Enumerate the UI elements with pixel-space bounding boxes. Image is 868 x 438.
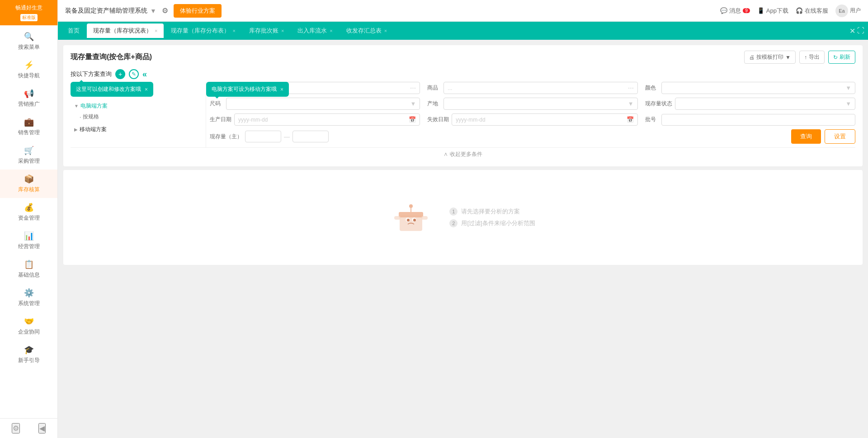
- svg-rect-8: [394, 216, 401, 220]
- svg-point-4: [407, 219, 410, 221]
- form-row-4: 现存量（主） — 查询 设置: [210, 129, 855, 144]
- search-btn[interactable]: 查询: [791, 129, 821, 144]
- svg-point-7: [409, 204, 413, 208]
- sidebar-item-basic[interactable]: 📋 基础信息: [0, 255, 57, 283]
- box-icon: 📦: [24, 174, 34, 184]
- tab-collect-summary-close[interactable]: ×: [384, 28, 387, 33]
- caret-down-icon: ▼: [74, 104, 79, 108]
- app-download-btn[interactable]: 📱 App下载: [757, 7, 788, 15]
- sidebar-item-sales[interactable]: 💼 销售管理: [0, 113, 57, 141]
- headset-icon: 🎧: [796, 7, 803, 14]
- sidebar-item-system[interactable]: ⚙️ 系统管理: [0, 283, 57, 312]
- settings-btn[interactable]: ⚙: [162, 6, 168, 15]
- refresh-btn[interactable]: ↻ 刷新: [828, 51, 855, 64]
- stock-main-start-input[interactable]: [245, 131, 281, 142]
- page-actions: 🖨 按模板打印 ▼ ↑ 导出 ↻ 刷新: [744, 51, 855, 64]
- tab-inventory-status-close[interactable]: ×: [155, 28, 157, 33]
- gear-icon: ⚙️: [24, 288, 34, 298]
- tab-home-label: 首页: [68, 27, 80, 35]
- expire-date-placeholder: yyyy-mm-dd: [456, 117, 485, 123]
- field-stock-main: 现存量（主） —: [210, 131, 329, 142]
- expire-date-label: 失效日期: [427, 116, 449, 123]
- goods-more-icon: ⋯: [628, 85, 634, 91]
- search-buttons: 查询 设置: [791, 129, 855, 144]
- main-area: 装备及固定资产辅助管理系统 ▼ ⚙ 体验行业方案 💬 消息 9 📱 App下载 …: [58, 0, 868, 438]
- stock-status-dropdown-icon: ▼: [845, 100, 851, 107]
- clipboard-icon: 📋: [24, 259, 34, 269]
- logo-badge: 标准版: [20, 14, 38, 21]
- sidebar-item-finance[interactable]: 💰 资金管理: [0, 198, 57, 226]
- content-area: 现存量查询(按仓库+商品) 🖨 按模板打印 ▼ ↑ 导出 ↻: [58, 40, 868, 438]
- sidebar-item-collab[interactable]: 🤝 企业协同: [0, 312, 57, 340]
- system-title-text: 装备及固定资产辅助管理系统: [65, 7, 147, 15]
- notifications-btn[interactable]: 💬 消息 9: [720, 7, 750, 15]
- tooltip1-close-btn[interactable]: ×: [280, 86, 283, 93]
- lightning-icon: ⚡: [24, 60, 34, 70]
- user-area[interactable]: Ea 用户: [835, 5, 861, 17]
- sidebar-item-purchase[interactable]: 🛒 采购管理: [0, 141, 57, 170]
- set-btn[interactable]: 设置: [825, 129, 855, 144]
- batch-input[interactable]: [661, 114, 855, 126]
- logo-name: 畅通好生意: [15, 4, 42, 12]
- sidebar-item-search[interactable]: 🔍 搜索菜单: [0, 27, 57, 56]
- filter-back-btn[interactable]: «: [142, 70, 147, 79]
- trial-btn[interactable]: 体验行业方案: [174, 4, 222, 18]
- app-download-label: App下载: [766, 7, 788, 15]
- sidebar-item-quicknav[interactable]: ⚡ 快捷导航: [0, 56, 57, 84]
- stock-main-end-input[interactable]: [292, 131, 329, 142]
- expire-date-input[interactable]: yyyy-mm-dd 📅: [452, 113, 637, 126]
- sidebar-item-guide[interactable]: 🎓 新手引导: [0, 340, 57, 369]
- filter-edit-btn[interactable]: ✎: [129, 69, 139, 79]
- prod-date-placeholder: yyyy-mm-dd: [238, 117, 268, 123]
- topbar-right: 💬 消息 9 📱 App下载 🎧 在线客服 Ea 用户: [720, 5, 861, 17]
- color-input[interactable]: ▼: [661, 82, 855, 94]
- scheme-mobile-group[interactable]: ▶ 移动端方案: [71, 124, 206, 135]
- tab-inventory-status[interactable]: 现存量（库存状况表） ×: [87, 24, 164, 38]
- collapse-sidebar-btn[interactable]: ◀: [38, 423, 46, 433]
- tab-home[interactable]: 首页: [61, 24, 86, 38]
- tooltip2-text: 这里可以创建和修改方案哦: [76, 85, 141, 93]
- tab-batch-account[interactable]: 库存批次账 ×: [243, 24, 290, 38]
- scheme-sub-guige[interactable]: · 按规格: [71, 112, 206, 122]
- empty-tips: 1 请先选择要分析的方案 2 用[过滤]条件来缩小分析范围: [449, 207, 535, 227]
- online-support-btn[interactable]: 🎧 在线客服: [796, 7, 828, 15]
- tab-inventory-dist-label: 现存量（库存分布表）: [171, 27, 230, 35]
- tooltip-pc-scheme: 电脑方案可设为移动方案哦 ×: [206, 82, 289, 97]
- close-all-tabs-btn[interactable]: ✕: [849, 27, 855, 35]
- tab-collect-summary[interactable]: 收发存汇总表 ×: [340, 24, 393, 38]
- tooltip-create-scheme: 这里可以创建和修改方案哦 ×: [71, 82, 153, 97]
- stock-status-input[interactable]: ▼: [675, 98, 855, 110]
- sidebar-item-inventory[interactable]: 📦 库存核算: [0, 170, 57, 198]
- guide-icon: 🎓: [24, 345, 34, 355]
- tab-inout-flow-close[interactable]: ×: [330, 28, 332, 33]
- sidebar-label-finance: 资金管理: [18, 214, 40, 222]
- tab-collect-summary-label: 收发存汇总表: [346, 27, 382, 35]
- empty-tip-1: 1 请先选择要分析的方案: [449, 207, 535, 216]
- scheme-pc-group[interactable]: ▼ 电脑端方案: [71, 100, 206, 112]
- sidebar-item-operation[interactable]: 📊 经营管理: [0, 226, 57, 255]
- origin-input[interactable]: ▼: [443, 98, 637, 110]
- fullscreen-btn[interactable]: ⛶: [857, 27, 864, 35]
- filter-add-btn[interactable]: +: [115, 69, 125, 79]
- tab-inventory-dist[interactable]: 现存量（库存分布表） ×: [165, 24, 241, 38]
- panel-body: 这里可以创建和修改方案哦 × ▼ 电脑端方案 · 按规格: [71, 82, 855, 147]
- system-title: 装备及固定资产辅助管理系统 ▼: [65, 7, 156, 15]
- sidebar-item-marketing[interactable]: 📢 营销推广: [0, 84, 57, 113]
- tab-batch-account-close[interactable]: ×: [281, 28, 284, 33]
- tab-inventory-dist-close[interactable]: ×: [232, 28, 235, 33]
- tab-inventory-status-label: 现存量（库存状况表）: [93, 27, 152, 35]
- goods-input[interactable]: ... ⋯: [443, 82, 637, 94]
- prod-date-input[interactable]: yyyy-mm-dd 📅: [234, 113, 420, 126]
- sidebar-logo: 畅通好生意 标准版: [0, 0, 57, 25]
- tooltip2-close-btn[interactable]: ×: [145, 86, 148, 93]
- settings-bottom-btn[interactable]: ⚙: [12, 423, 20, 433]
- size-input[interactable]: ▼: [226, 98, 420, 110]
- print-template-btn[interactable]: 🖨 按模板打印 ▼: [744, 51, 796, 64]
- tab-inout-flow[interactable]: 出入库流水 ×: [291, 24, 339, 38]
- export-btn[interactable]: ↑ 导出: [799, 51, 825, 64]
- svg-rect-9: [421, 216, 428, 220]
- collapse-bar[interactable]: ∧ 收起更多条件: [71, 147, 855, 161]
- scheme-panel: 这里可以创建和修改方案哦 × ▼ 电脑端方案 · 按规格: [71, 82, 206, 147]
- tab-batch-account-label: 库存批次账: [249, 27, 278, 35]
- tab-end-buttons: ✕ ⛶: [849, 27, 864, 35]
